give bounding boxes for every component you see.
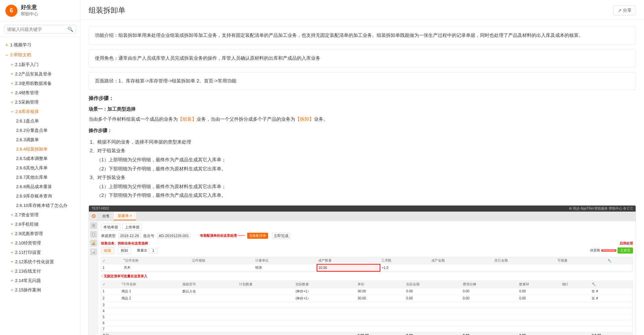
feature-intro-block: 功能介绍：组装拆卸单用来处理企业组装或拆卸等加工业务，支持有固定装配清单的产品加… <box>89 26 636 45</box>
logo-icon: 6 <box>5 5 17 17</box>
ss-lower-row-5: 5 <box>101 314 633 320</box>
ss-icon-2: 📋 <box>90 231 97 238</box>
ss-lower-row-1: 1 周品 1 默认入仓 (单价+1） 30.00 0.00 0.00 0.00 <box>101 288 633 295</box>
ss-label-date: 单据类型 <box>101 233 116 238</box>
brand-title: 好生意 帮助中心 <box>21 4 38 17</box>
sidebar-item-2.6.7[interactable]: 2.6.7其他出库单 <box>0 173 80 182</box>
main-header: 组装拆卸单 ↗ 分享 <box>80 0 644 20</box>
sidebar-item-2.6.9[interactable]: 2.6.9库存账本查询 <box>0 191 80 201</box>
ss-tab-bar: ⚙ 自售 新建单 × <box>89 212 636 221</box>
scene1-desc: 当由多个子件材料组装成一个成品的业务为【组装】业务，当由一个父件拆分成多个子产品… <box>89 115 636 123</box>
search-input[interactable] <box>7 27 67 32</box>
sidebar: 6 好生意 帮助中心 🔍 + 1.视频学习 − 2.帮助文档 + 2.1新手入门 <box>0 0 80 335</box>
ss-enable-process: 供货商 立发完 <box>590 247 633 254</box>
sidebar-item-2.12[interactable]: + 2.12系统个性化设置 <box>0 257 80 267</box>
sidebar-item-2.6.1[interactable]: 2.6.1盘点单 <box>0 116 80 126</box>
page-title: 组装拆卸单 <box>89 5 125 15</box>
sidebar-item-2.11[interactable]: + 2.11打印设置 <box>0 248 80 257</box>
sidebar-item-2.6.4[interactable]: 2.6.4组装拆卸单 <box>0 145 80 154</box>
main-content-area: 组装拆卸单 ↗ 分享 功能介绍：组装拆卸单用来处理企业组装或拆卸等加工业务，支持… <box>80 0 644 335</box>
ops-steps-title: 操作步骤： <box>89 95 636 102</box>
minus-icon: − <box>5 52 8 58</box>
step-2-sub-2: （2）下部明细为子件明细，最终作为原材料生成其它出库单。 <box>97 164 636 173</box>
share-icon: ↗ <box>618 8 622 13</box>
nav-tree: + 1.视频学习 − 2.帮助文档 + 2.1新手入门 + 2.2产品安装及登录… <box>0 37 80 335</box>
sidebar-item-sales[interactable]: + 2.4销售管理 <box>0 88 80 98</box>
scene1-title: 场景一：加工类型选择 <box>89 106 636 112</box>
ss-icon-1: ☰ <box>90 222 97 229</box>
ops-steps-sub: 操作步骤： <box>89 126 636 135</box>
ss-upload: 上传单据 <box>122 224 142 231</box>
ss-form-area: 本地单据 上传单据 单据类型 2019-12-26 批次号 AD-2019122… <box>98 221 636 335</box>
sidebar-item-2.6.3[interactable]: 2.6.3调拨单 <box>0 135 80 145</box>
screenshot: TEST-H002 ⚙ 同步 AppTRel 帮助服务 帮助中心 ⚙ C C ⚙… <box>89 205 636 335</box>
step-2: 2、对于组装业务 <box>90 146 636 155</box>
sidebar-item-video[interactable]: + 1.视频学习 <box>0 40 80 50</box>
sidebar-item-2.14[interactable]: + 2.14常见问题 <box>0 276 80 285</box>
ss-date-value: 2019-12-26 <box>118 233 141 238</box>
sidebar-item-2.9[interactable]: + 2.9优惠券管理 <box>0 229 80 238</box>
sidebar-item-2.7[interactable]: + 2.7资金管理 <box>0 210 80 220</box>
ss-toolbar-row: 本地单据 上传单据 <box>101 224 633 231</box>
ss-sidebar-icons: ☰ 📋 🔔 📊 <box>89 221 98 335</box>
ss-upper-table: ✓ *父件名称 父件规格 计量单位 成产数量 工序数 成产金额 其它金额 可视量 <box>101 257 633 272</box>
ss-lower-row-4: 4 <box>101 308 633 314</box>
page-path-block: 页面路径：1、库存核算->库存管理->组装拆卸单 2、首页->常用功能 <box>89 72 636 90</box>
sidebar-item-install[interactable]: + 2.2产品安装及登录 <box>0 69 80 79</box>
ss-proc-type-1: 组装 <box>101 247 114 254</box>
ss-system-bar: TEST-H002 ⚙ 同步 AppTRel 帮助服务 帮助中心 ⚙ C C <box>89 206 636 212</box>
ss-batch-value: AD-20191226-001 <box>157 233 191 238</box>
ss-qty-row: 数量次 1 <box>137 248 158 253</box>
main-content: 功能介绍：组装拆卸单用来处理企业组装或拆卸等加工业务，支持有固定装配清单的产品加… <box>80 20 644 335</box>
ss-content-area: ☰ 📋 🔔 📊 本地单据 上传单据 单据类型 2019-12-26 <box>89 221 636 335</box>
sidebar-item-beginner[interactable]: + 2.1新手入门 <box>0 60 80 69</box>
role-intro-block: 使用角色：通常由生产人员或库管人员完成拆装业务的操作，库管人员确认原材料的出库和… <box>89 49 636 67</box>
step-1: 1、根据不同的业务，选择不同单据的类型来处理 <box>90 137 636 147</box>
sidebar-item-docs[interactable]: − 2.帮助文档 <box>0 50 80 60</box>
sidebar-item-2.6.5[interactable]: 2.6.5成本调整单 <box>0 154 80 163</box>
sidebar-item-2.6.10[interactable]: 2.6.10库存账本错了怎么办 <box>0 201 80 210</box>
annotation-type: 组装业务、拆卸业务在这里选择 <box>101 241 148 246</box>
plus-icon: + <box>5 42 8 48</box>
sidebar-item-purchase[interactable]: + 2.5采购管理 <box>0 98 80 107</box>
ss-lower-row-6: 6 <box>101 320 633 326</box>
sidebar-item-2.6.2[interactable]: 2.6.2分量盘点单 <box>0 126 80 135</box>
ss-lower-row-3: 3 <box>101 302 633 308</box>
annotation-bom: 有装配清单的在这里处理 —— <box>200 233 245 238</box>
sidebar-item-inventory[interactable]: − 2.6库存核算 <box>0 107 80 116</box>
ss-upper-row-1: 1 关木 纸张 10.00 +1.0 <box>101 264 633 271</box>
ss-lower-row-7: 7 <box>101 326 633 332</box>
sidebar-item-2.6.6[interactable]: 2.6.6其他入库单 <box>0 163 80 173</box>
annotation-enable: 启用处理 <box>620 241 633 246</box>
ss-select-bom-btn[interactable]: 选装配清单 <box>247 233 268 239</box>
ss-process-types: 组装 拆卸 数量次 1 供货商 立发完 <box>101 247 633 254</box>
ss-icon-3: 🔔 <box>90 240 97 246</box>
sidebar-header: 6 好生意 帮助中心 <box>0 0 80 21</box>
ss-lower-row-2: 2 周品 2 (单价+1） 30.00 0.00 0.00 0.00 <box>101 295 633 302</box>
ss-proc-type-2: 拆卸 <box>118 247 131 254</box>
sidebar-item-2.6.8[interactable]: 2.6.8商品成本重算 <box>0 182 80 191</box>
search-icon[interactable]: 🔍 <box>67 26 73 32</box>
sidebar-item-2.13[interactable]: + 2.13在线支付 <box>0 267 80 276</box>
ss-table-footer: 合计 ¥ 80.00 0.00 0.00 0.00 ¥ 0.00 <box>101 332 633 335</box>
step-3: 3、对于拆装业务 <box>90 173 636 182</box>
search-bar: 🔍 <box>0 21 80 37</box>
ss-form-header: 单据类型 2019-12-26 批次号 AD-20191226-001 有装配清… <box>101 233 633 239</box>
ss-doctype: 本地单据 <box>101 224 120 231</box>
sidebar-item-2.10[interactable]: + 2.10经营管理 <box>0 238 80 248</box>
sidebar-item-data-prep[interactable]: + 2.3使用前数据准备 <box>0 79 80 88</box>
ss-apply-btn[interactable]: 立发完 <box>618 247 633 254</box>
sidebar-item-2.15[interactable]: + 2.15操作案例 <box>0 285 80 295</box>
search-wrap: 🔍 <box>4 25 76 34</box>
step-2-sub-1: （1）上部明细为父件明细，最终作为产成品生成其它入库单； <box>97 155 636 164</box>
ss-logo: ⚙ <box>89 212 98 221</box>
ss-label-batch: 批次号 <box>143 233 154 238</box>
ss-confirm-btn: 立即完成 <box>272 233 290 239</box>
share-button[interactable]: ↗ 分享 <box>613 5 636 15</box>
annotation-batch-input: ↑ 无固定清单可批量在这里录入 <box>101 274 633 279</box>
ss-tab-new: 新建单 × <box>114 212 136 220</box>
step-3-sub-2: （2）下部明细为子件明细，最终作为产成品生成其它入库单。 <box>97 191 636 200</box>
ss-process-row: 组装业务、拆卸业务在这里选择 启用处理 <box>101 241 633 246</box>
steps-list: 1、根据不同的业务，选择不同单据的类型来处理 2、对于组装业务 （1）上部明细为… <box>90 137 636 200</box>
sidebar-item-2.8[interactable]: + 2.8手机旺辅 <box>0 220 80 229</box>
